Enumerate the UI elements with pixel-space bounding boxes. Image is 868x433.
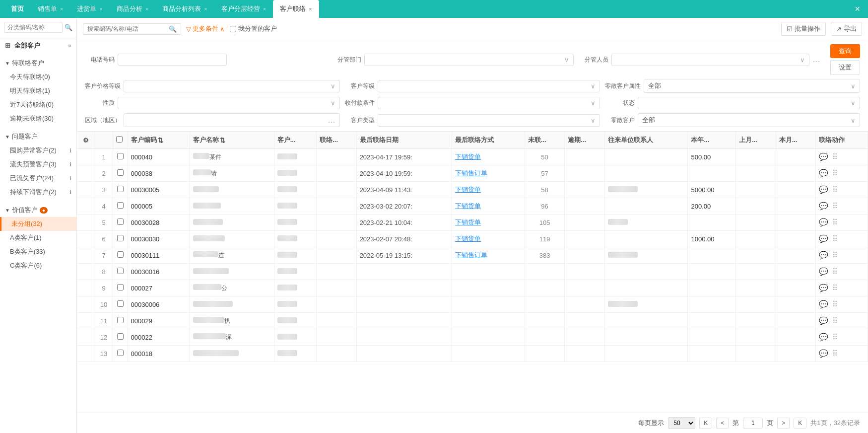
sidebar-section-title-problem[interactable]: ▼ 问题客户 [0,130,76,144]
row-checkbox[interactable] [117,153,124,159]
td-check[interactable] [113,198,128,215]
sidebar-section-title-pending[interactable]: ▼ 待联络客户 [0,56,76,70]
sort-name[interactable]: 客户名称 ⇅ [193,136,270,144]
more-conditions-btn[interactable]: ▽ 更多条件 ∧ [186,24,225,33]
sidebar-item-ungroup[interactable]: 未分组(32) [0,217,76,231]
nav-tab-analysis[interactable]: 商品分析 × [110,0,155,18]
sidebar-item-class-c[interactable]: C类客户(6) [0,259,76,273]
price-level-select[interactable]: ∨ [124,80,340,92]
td-check[interactable] [113,215,128,231]
chat-icon[interactable]: 💬 [819,234,828,243]
grid-action-icon[interactable]: ⠿ [832,202,838,211]
batch-op-button[interactable]: ☑ 批量操作 [781,22,826,36]
row-checkbox[interactable] [117,350,124,356]
nav-tab-customer-contact[interactable]: 客户联络 × [273,0,319,18]
row-checkbox[interactable] [117,169,124,176]
grid-action-icon[interactable]: ⠿ [832,152,838,161]
chat-icon[interactable]: 💬 [819,218,828,227]
close-tab-customer-tier[interactable]: × [263,6,266,12]
td-check[interactable] [113,346,128,362]
sidebar-search-icon[interactable]: 🔍 [65,24,72,31]
last-page-btn[interactable]: K [794,418,806,429]
sidebar-item-tomorrow[interactable]: 明天待联络(1) [0,84,76,98]
grid-action-icon[interactable]: ⠿ [832,349,838,358]
phone-input[interactable] [118,54,227,66]
customer-level-select[interactable]: ∨ [378,80,600,92]
export-button[interactable]: ↗ 导出 [831,22,862,36]
row-checkbox[interactable] [117,333,124,340]
sidebar-search-input[interactable] [4,22,63,33]
sidebar-item-churned[interactable]: 已流失客户(24) ℹ [0,171,76,185]
td-check[interactable] [113,149,128,165]
nav-tab-customer-tier[interactable]: 客户分层经营 × [214,0,273,18]
grid-action-icon[interactable]: ⠿ [832,234,838,243]
grid-action-icon[interactable]: ⠿ [832,185,838,194]
th-settings[interactable]: ⚙ [77,132,95,149]
nav-tab-analysis-list[interactable]: 商品分析列表 × [155,0,214,18]
row-checkbox[interactable] [117,235,124,241]
sidebar-item-class-a[interactable]: A类客户(1) [0,231,76,245]
close-tab-analysis[interactable]: × [145,6,148,12]
manager-select[interactable]: ∨ [611,54,809,66]
chat-icon[interactable]: 💬 [819,152,828,161]
dept-select[interactable]: ∨ [364,54,573,66]
select-all-checkbox[interactable] [116,136,123,143]
td-check[interactable] [113,247,128,264]
row-checkbox[interactable] [117,186,124,192]
grid-action-icon[interactable]: ⠿ [832,218,838,227]
close-tab-analysis-list[interactable]: × [204,6,207,12]
td-check[interactable] [113,280,128,296]
my-customers-checkbox[interactable] [230,26,236,32]
sidebar-item-7days[interactable]: 近7天待联络(0) [0,98,76,112]
chat-icon[interactable]: 💬 [819,169,828,178]
row-checkbox[interactable] [117,300,124,307]
close-tab-sales[interactable]: × [60,6,63,12]
grid-action-icon[interactable]: ⠿ [832,267,838,276]
row-checkbox[interactable] [117,317,124,323]
manager-more-icon[interactable]: … [812,55,820,64]
chat-icon[interactable]: 💬 [819,300,828,309]
row-checkbox[interactable] [117,218,124,225]
grid-action-icon[interactable]: ⠿ [832,251,838,260]
customer-type-select[interactable]: ∨ [378,114,600,127]
sidebar-collapse-btn[interactable]: « [68,42,71,49]
chat-icon[interactable]: 💬 [819,267,828,276]
chat-icon[interactable]: 💬 [819,185,828,194]
per-page-select[interactable]: 50 100 200 [668,417,695,429]
td-check[interactable] [113,296,128,313]
grid-action-icon[interactable]: ⠿ [832,300,838,309]
row-checkbox[interactable] [117,202,124,209]
sidebar-all-customers[interactable]: ⊞ 全部客户 « [0,37,76,54]
sidebar-item-class-b[interactable]: B类客户(33) [0,245,76,259]
sidebar-item-declining[interactable]: 持续下滑客户(2) ℹ [0,185,76,199]
th-check[interactable] [113,132,128,149]
nav-tab-home[interactable]: 首页 [4,0,31,18]
chat-icon[interactable]: 💬 [819,316,828,325]
sidebar-item-abnormal[interactable]: 囤购异常客户(2) ℹ [0,144,76,157]
prev-page-btn[interactable]: < [716,418,729,429]
sidebar-item-churn-warn[interactable]: 流失预警客户(3) ℹ [0,157,76,171]
td-check[interactable] [113,165,128,182]
region-dots-icon[interactable]: … [328,116,335,125]
search-icon[interactable]: 🔍 [169,25,177,33]
nav-tab-sales[interactable]: 销售单 × [31,0,70,18]
next-page-btn[interactable]: > [777,418,790,429]
close-tab-customer-contact[interactable]: × [309,6,312,12]
sort-code[interactable]: 客户编码 ⇅ [131,136,187,144]
chat-icon[interactable]: 💬 [819,333,828,342]
td-check[interactable] [113,264,128,280]
grid-action-icon[interactable]: ⠿ [832,169,838,178]
nature-select[interactable]: ∨ [118,97,340,109]
reset-button[interactable]: 设置 [830,60,860,75]
payment-select[interactable]: ∨ [378,97,600,109]
chat-icon[interactable]: 💬 [819,202,828,211]
chat-icon[interactable]: 💬 [819,284,828,292]
search-input[interactable] [87,25,167,32]
td-check[interactable] [113,231,128,247]
td-check[interactable] [113,329,128,346]
sidebar-item-overdue[interactable]: 逾期未联络(30) [0,112,76,126]
row-checkbox[interactable] [117,268,124,274]
chat-icon[interactable]: 💬 [819,349,828,358]
grid-action-icon[interactable]: ⠿ [832,333,838,342]
td-check[interactable] [113,313,128,329]
